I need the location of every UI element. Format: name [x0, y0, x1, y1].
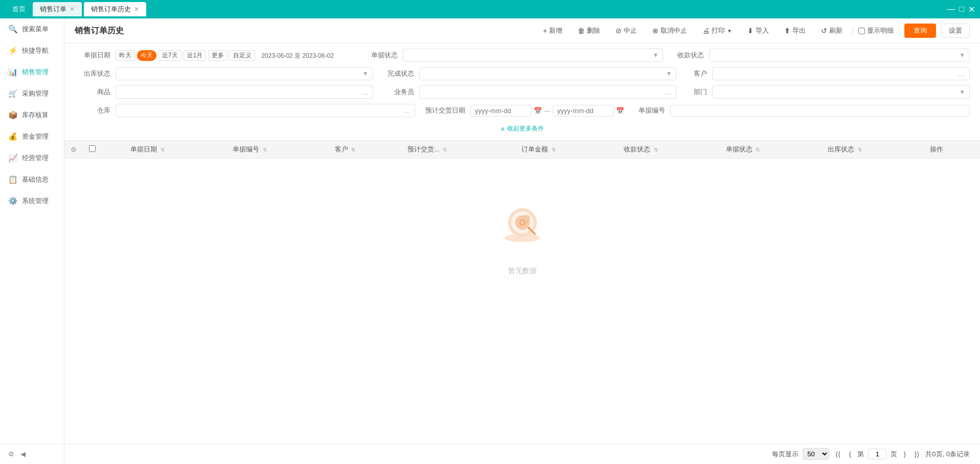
refresh-button[interactable]: ↺ 刷新: [816, 24, 848, 37]
sort-expected-delivery-icon[interactable]: ⇅: [443, 147, 447, 152]
window-controls: — □ ✕: [947, 5, 975, 14]
select-all-checkbox[interactable]: [89, 145, 96, 152]
tab-sales-order-close[interactable]: ✕: [70, 6, 75, 13]
th-operation: 操作: [924, 141, 980, 159]
total-info: 共0页, 0条记录: [925, 450, 970, 459]
th-bill-no: 单据编号 ⇅: [226, 141, 329, 159]
stop-button[interactable]: ⊘ 中止: [610, 24, 642, 37]
sidebar-item-quick-nav[interactable]: ⚡ 快捷导航: [0, 40, 64, 61]
sidebar: 🔍 搜索菜单 ⚡ 快捷导航 📊 销售管理 🛒 采购管理 📦 库存核算 💰 资金管…: [0, 18, 64, 464]
sidebar-item-purchase-mgmt[interactable]: 🛒 采购管理: [0, 83, 64, 104]
sidebar-settings-icon[interactable]: ⚙: [8, 450, 14, 458]
expected-delivery-from[interactable]: [470, 105, 532, 117]
sidebar-item-sales-mgmt[interactable]: 📊 销售管理: [0, 61, 64, 83]
customer-label: 客户: [687, 69, 712, 78]
cancel-stop-icon: ⊗: [652, 27, 658, 35]
page-size-select[interactable]: 50 10 20 100: [803, 448, 829, 460]
salesman-input[interactable]: …: [419, 85, 677, 99]
print-button[interactable]: 🖨 打印 ▼: [697, 24, 737, 37]
salesman-dots-icon: …: [665, 89, 672, 96]
date-yesterday-btn[interactable]: 昨天: [116, 50, 135, 61]
page-header: 销售订单历史 + 新增 🗑 删除 ⊘ 中止 ⊗ 取消中止: [64, 18, 980, 43]
import-button[interactable]: ⬇ 导入: [742, 24, 774, 37]
setting-button[interactable]: 设置: [941, 24, 970, 38]
next-page-button[interactable]: ⟩: [901, 449, 908, 459]
last-page-button[interactable]: ⟩⟩: [912, 449, 921, 459]
customer-input[interactable]: …: [712, 67, 970, 80]
calendar-from-icon[interactable]: 📅: [534, 107, 542, 115]
base-info-icon: 📋: [8, 175, 18, 184]
export-button[interactable]: ⬆ 导出: [779, 24, 811, 37]
date-today-btn[interactable]: 今天: [137, 50, 156, 61]
page-number-input[interactable]: [868, 449, 886, 459]
goods-label: 商品: [75, 87, 116, 97]
bill-no-label: 单据编号: [634, 106, 670, 115]
sort-bill-date-icon[interactable]: ⇅: [161, 147, 165, 152]
sidebar-item-sys-mgmt[interactable]: ⚙️ 系统管理: [0, 190, 64, 212]
new-button[interactable]: + 新增: [538, 24, 567, 37]
date-7days-btn[interactable]: 近7天: [158, 50, 181, 61]
close-button[interactable]: ✕: [968, 5, 975, 14]
print-arrow-icon: ▼: [727, 28, 732, 34]
delivery-status-select[interactable]: ▼: [116, 67, 373, 80]
date-1month-btn[interactable]: 近1月: [184, 50, 207, 61]
sidebar-item-finance[interactable]: 💰 资金管理: [0, 126, 64, 147]
cancel-stop-button[interactable]: ⊗ 取消中止: [647, 24, 692, 37]
complete-status-select[interactable]: ▼: [419, 67, 677, 80]
delivery-status-label: 出库状态: [75, 69, 116, 78]
display-columns-checkbox[interactable]: [858, 28, 865, 34]
tab-sales-order[interactable]: 销售订单 ✕: [33, 2, 82, 16]
tab-home[interactable]: 首页: [5, 2, 33, 16]
payment-status-select[interactable]: ▼: [709, 49, 970, 62]
delete-button[interactable]: 🗑 删除: [573, 24, 605, 37]
sort-order-amount-icon[interactable]: ⇅: [552, 147, 556, 152]
th-order-amount: 订单金额 ⇅: [515, 141, 618, 159]
sidebar-item-operations[interactable]: 📈 经营管理: [0, 147, 64, 169]
table-settings-icon[interactable]: ⚙: [71, 146, 77, 153]
minimize-button[interactable]: —: [947, 5, 955, 14]
svg-point-4: [522, 215, 530, 223]
collapse-row: ∧ 收起更多条件: [75, 122, 970, 135]
sales-mgmt-icon: 📊: [8, 68, 18, 77]
query-button[interactable]: 查询: [904, 24, 936, 38]
sort-bill-status-icon[interactable]: ⇅: [756, 147, 760, 152]
sort-payment-status-icon[interactable]: ⇅: [654, 147, 658, 152]
table-area: ⚙ 单据日期 ⇅ 单据编号 ⇅: [64, 141, 980, 444]
date-custom-btn[interactable]: 自定义: [230, 50, 255, 61]
sidebar-item-search-menu[interactable]: 🔍 搜索菜单: [0, 18, 64, 40]
complete-status-label: 完成状态: [383, 69, 419, 78]
dept-arrow-icon: ▼: [959, 89, 965, 96]
refresh-icon: ↺: [821, 27, 827, 35]
warehouse-input[interactable]: …: [116, 104, 415, 117]
filter-row-4: 仓库 … 预计交货日期 📅 — 📅 单据编号: [75, 104, 970, 117]
bill-status-arrow-icon: ▼: [652, 52, 658, 59]
bill-status-select[interactable]: ▼: [403, 49, 664, 62]
tab-sales-order-history-close[interactable]: ✕: [134, 6, 139, 13]
display-columns-toggle[interactable]: 显示明细: [858, 26, 894, 35]
sidebar-item-base-info[interactable]: 📋 基础信息: [0, 169, 64, 190]
tab-sales-order-history[interactable]: 销售订单历史 ✕: [84, 2, 146, 16]
goods-input[interactable]: …: [116, 85, 373, 99]
salesman-label: 业务员: [383, 87, 419, 97]
sort-bill-no-icon[interactable]: ⇅: [263, 147, 267, 152]
toolbar-divider2: [899, 27, 899, 35]
bill-no-input[interactable]: [670, 105, 970, 117]
import-icon: ⬇: [747, 27, 754, 35]
maximize-button[interactable]: □: [959, 5, 964, 14]
prev-page-button[interactable]: ⟨: [847, 449, 853, 459]
empty-text: 暂无数据: [508, 267, 537, 276]
sort-delivery-status-icon[interactable]: ⇅: [858, 147, 862, 152]
table-header-row: ⚙ 单据日期 ⇅ 单据编号 ⇅: [64, 141, 980, 159]
expected-delivery-to[interactable]: [553, 105, 614, 117]
dept-select[interactable]: ▼: [712, 85, 970, 99]
sidebar-item-inventory[interactable]: 📦 库存核算: [0, 104, 64, 126]
sidebar-collapse-icon[interactable]: ◀: [20, 450, 26, 458]
collapse-up-icon: ∧: [500, 125, 505, 132]
calendar-to-icon[interactable]: 📅: [616, 107, 624, 115]
jump-label: 第: [857, 450, 864, 459]
first-page-button[interactable]: ⟨⟨: [833, 449, 842, 459]
collapse-button[interactable]: ∧ 收起更多条件: [500, 122, 544, 135]
sort-customer-icon[interactable]: ⇅: [351, 147, 355, 152]
date-more-btn[interactable]: 更多: [208, 50, 227, 61]
date-range-text: 2023-06-02 至 2023-06-02: [261, 52, 333, 60]
